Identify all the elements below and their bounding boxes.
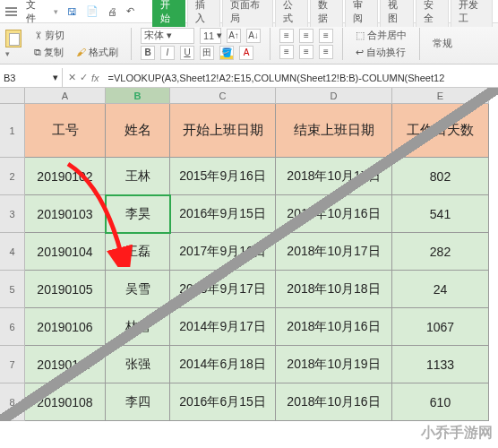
burger-icon[interactable] (5, 7, 17, 16)
merge-icon: ⬚ (356, 30, 365, 41)
underline-button[interactable]: U (180, 46, 194, 60)
accept-icon[interactable]: ✓ (80, 72, 88, 83)
ribbon-tabs: 开始 插入 页面布局 公式 数据 审阅 视图 安全 开发工 (152, 0, 494, 27)
decrease-font-button[interactable]: A↓ (246, 29, 261, 43)
tab-start[interactable]: 开始 (152, 0, 185, 27)
bold-button[interactable]: B (141, 46, 155, 60)
font-size-select[interactable]: 11▾ (200, 28, 221, 44)
format-painter-button[interactable]: 🖌格式刷 (73, 45, 122, 60)
undo-icon[interactable]: ↶ (126, 5, 134, 17)
name-box[interactable]: B3 ▾ (0, 68, 63, 87)
wrap-label: 自动换行 (366, 46, 406, 59)
font-name-select[interactable]: 宋体▾ (141, 28, 194, 44)
formula-bar: B3 ▾ ✕ ✓ fx =VLOOKUP(A3,Sheet12!A2:E15,C… (0, 68, 498, 88)
align-right-button[interactable]: ≡ (319, 45, 333, 59)
menu-bar: 文件 ▾ 🖫 📄 🖨 ↶ 开始 插入 页面布局 公式 数据 审阅 视图 安全 开… (0, 0, 498, 23)
tab-review[interactable]: 审阅 (345, 0, 378, 27)
number-format-label: 常规 (433, 37, 452, 50)
align-bottom-button[interactable]: ≡ (319, 29, 333, 43)
fx-icon[interactable]: fx (91, 73, 99, 83)
align-middle-button[interactable]: ≡ (299, 29, 313, 43)
increase-font-button[interactable]: A↑ (227, 29, 241, 43)
cancel-icon[interactable]: ✕ (68, 72, 76, 83)
formula-input[interactable]: =VLOOKUP(A3,Sheet12!A2:E15,COLUMN(Sheet1… (105, 73, 498, 83)
chevron-down-icon: ▾ (53, 72, 58, 83)
auto-wrap-button[interactable]: ↩自动换行 (352, 45, 410, 60)
align-center-button[interactable]: ≡ (299, 45, 313, 59)
paste-icon[interactable] (5, 30, 21, 47)
copy-label: 复制 (44, 46, 64, 59)
cell-reference: B3 (4, 73, 15, 83)
merge-center-button[interactable]: ⬚合并居中 (352, 28, 410, 43)
wrap-icon: ↩ (356, 47, 364, 58)
cell[interactable]: 李昊 (106, 195, 170, 233)
fill-color-button[interactable]: 🪣 (219, 46, 234, 60)
cut-label: 剪切 (45, 29, 64, 42)
copy-button[interactable]: ⧉复制 (30, 45, 67, 60)
tab-formula[interactable]: 公式 (275, 0, 308, 27)
preview-icon[interactable]: 📄 (86, 5, 99, 17)
tab-view[interactable]: 视图 (380, 0, 413, 27)
font-color-button[interactable]: A (239, 46, 253, 60)
align-top-button[interactable]: ≡ (279, 29, 294, 43)
italic-button[interactable]: I (160, 46, 175, 60)
chevron-down-icon: ▾ (54, 7, 58, 16)
merge-label: 合并居中 (367, 29, 407, 42)
copy-icon: ⧉ (34, 47, 41, 58)
align-left-button[interactable]: ≡ (279, 45, 294, 59)
border-button[interactable]: 田 (200, 46, 214, 60)
print-icon[interactable]: 🖨 (107, 6, 117, 17)
ribbon-toolbar: ▾ ✂剪切 ⧉复制 🖌格式刷 宋体▾ 11▾ A↑ A↓ B I U 田 🪣 A… (0, 23, 498, 65)
cell[interactable]: 工号 (25, 104, 106, 158)
format-painter-label: 格式刷 (89, 46, 118, 59)
tab-security[interactable]: 安全 (416, 0, 449, 27)
font-size-value: 11 (203, 30, 214, 41)
brush-icon: 🖌 (76, 47, 86, 57)
number-format-select[interactable]: 常规 (429, 36, 456, 51)
watermark: 小乔手游网 (421, 424, 493, 443)
file-menu[interactable]: 文件 (26, 0, 44, 25)
tab-insert[interactable]: 插入 (187, 0, 220, 27)
tab-data[interactable]: 数据 (310, 0, 343, 27)
spreadsheet-grid: A B C D E 1工号姓名开始上班日期结束上班日期工作日天数22019010… (0, 88, 498, 421)
cut-button[interactable]: ✂剪切 (30, 28, 122, 43)
scissors-icon: ✂ (32, 31, 44, 39)
font-name-value: 宋体 (144, 29, 164, 42)
save-icon[interactable]: 🖫 (67, 6, 77, 17)
tab-dev[interactable]: 开发工 (451, 0, 493, 27)
tab-layout[interactable]: 页面布局 (222, 0, 273, 27)
